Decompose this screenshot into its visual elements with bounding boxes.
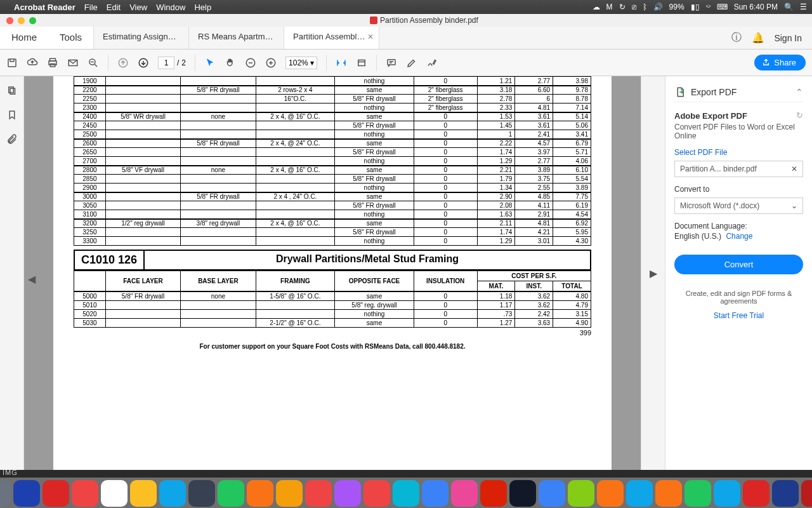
pdf-viewer[interactable]: ◀ 1900nothing01.212.773.9822005/8" FR dr… <box>24 76 641 470</box>
menu-icon[interactable]: ☰ <box>800 3 807 11</box>
convert-format-select[interactable]: Microsoft Word (*.docx) ⌄ <box>674 197 803 214</box>
dock <box>0 470 812 508</box>
menu-file[interactable]: File <box>84 3 98 12</box>
comment-icon[interactable] <box>386 57 397 69</box>
dock-app-27[interactable] <box>743 480 769 507</box>
zoom-out-icon[interactable] <box>88 57 99 69</box>
scroll-left-icon[interactable]: ◀ <box>28 273 36 285</box>
cloud-icon[interactable]: ☁ <box>593 3 600 11</box>
menu-help[interactable]: Help <box>194 3 211 12</box>
minimize-window-button[interactable] <box>18 17 25 24</box>
highlight-icon[interactable] <box>406 57 417 69</box>
dock-app-3[interactable] <box>43 480 69 507</box>
mail-icon[interactable]: M <box>606 3 613 11</box>
sign-in-link[interactable]: Sign In <box>774 33 802 43</box>
help-icon[interactable]: ⓘ <box>731 32 742 44</box>
dock-app-15[interactable] <box>393 480 419 507</box>
battery-icon[interactable]: ▮▯ <box>691 3 700 11</box>
dock-app-14[interactable] <box>363 480 390 507</box>
page-up-icon[interactable] <box>117 57 129 69</box>
menu-edit[interactable]: Edit <box>107 3 121 12</box>
share-button[interactable]: Share <box>754 55 806 70</box>
dock-app-9[interactable] <box>218 480 244 507</box>
doc-tab-2[interactable]: Partition Assembl…✕ <box>284 27 379 49</box>
pdf-section-title: C1010 126 Drywall Partitions/Metal Stud … <box>74 250 591 271</box>
dock-app-11[interactable] <box>276 480 303 507</box>
clear-file-icon[interactable]: ✕ <box>791 164 797 173</box>
email-icon[interactable] <box>67 57 79 69</box>
dock-app-17[interactable] <box>451 480 478 507</box>
doc-tab-0-label: Estimating Assign… <box>103 32 176 41</box>
dock-app-22[interactable] <box>597 480 624 507</box>
bookmark-icon[interactable] <box>6 109 18 121</box>
dock-app-12[interactable] <box>305 480 332 507</box>
close-tab-icon[interactable]: ✕ <box>367 32 374 41</box>
menu-view[interactable]: View <box>129 3 147 12</box>
hand-tool-icon[interactable] <box>225 57 236 69</box>
dock-app-10[interactable] <box>247 480 273 507</box>
volume-icon[interactable]: 🔊 <box>653 3 663 11</box>
change-lang-link[interactable]: Change <box>726 232 752 241</box>
dock-app-18[interactable] <box>480 480 507 507</box>
bell-icon[interactable]: 🔔 <box>752 32 764 44</box>
dock-app-13[interactable] <box>334 480 361 507</box>
dock-app-23[interactable] <box>626 480 653 507</box>
scroll-right-icon[interactable]: ▶ <box>650 267 657 279</box>
doc-tab-1[interactable]: RS Means Apartm… <box>188 27 284 49</box>
dock-app-25[interactable] <box>684 480 711 507</box>
page-down-icon[interactable] <box>138 57 149 69</box>
zoom-select[interactable]: 102% ▾ <box>285 57 317 69</box>
convert-format-value: Microsoft Word (*.docx) <box>680 201 759 210</box>
wifi-icon[interactable]: ⌔ <box>706 3 710 11</box>
sign-icon[interactable] <box>426 57 438 69</box>
zoom-window-button[interactable] <box>29 17 36 24</box>
doc-tab-0[interactable]: Estimating Assign… <box>93 27 188 49</box>
dock-app-4[interactable] <box>72 480 98 507</box>
dock-app-6[interactable] <box>130 480 157 507</box>
collapse-icon[interactable]: ⌃ <box>796 87 803 97</box>
sync-icon[interactable]: ↻ <box>619 3 625 11</box>
zoom-plus-icon[interactable] <box>265 57 277 69</box>
start-trial-link[interactable]: Start Free Trial <box>674 311 803 320</box>
attach-icon[interactable] <box>6 133 18 145</box>
zoom-value: 102% <box>289 58 308 67</box>
dock-app-20[interactable] <box>539 480 565 507</box>
zoom-minus-icon[interactable] <box>245 57 256 69</box>
dock-app-28[interactable] <box>772 480 799 507</box>
fit-width-icon[interactable] <box>336 57 347 69</box>
cloud-upload-icon[interactable] <box>27 57 38 69</box>
tools-tab[interactable]: Tools <box>48 27 93 49</box>
app-name[interactable]: Acrobat Reader <box>14 3 75 12</box>
dock-app-21[interactable] <box>568 480 594 507</box>
dock-app-8[interactable] <box>188 480 215 507</box>
refresh-icon[interactable]: ↻ <box>796 110 803 120</box>
save-icon[interactable] <box>6 57 18 69</box>
close-window-button[interactable] <box>6 17 13 24</box>
display-icon[interactable]: ⎚ <box>632 3 636 11</box>
dock-app-1[interactable] <box>0 480 11 507</box>
dock-app-26[interactable] <box>714 480 740 507</box>
dock-app-29[interactable] <box>801 480 812 507</box>
page-current-input[interactable] <box>158 57 174 69</box>
convert-button[interactable]: Convert <box>674 255 803 274</box>
dock-app-16[interactable] <box>422 480 449 507</box>
selected-file-box[interactable]: Partition A... binder.pdf ✕ <box>674 161 803 177</box>
spotlight-icon[interactable]: 🔍 <box>784 3 794 11</box>
dock-app-5[interactable] <box>101 480 128 507</box>
home-tab[interactable]: Home <box>0 27 48 49</box>
print-icon[interactable] <box>47 57 58 69</box>
clock[interactable]: Sun 6:40 PM <box>734 3 778 11</box>
select-tool-icon[interactable] <box>204 57 216 69</box>
select-file-link[interactable]: Select PDF File <box>674 148 803 157</box>
section-title-text: Drywall Partitions/Metal Stud Framing <box>145 251 590 269</box>
input-icon[interactable]: ⌨ <box>717 3 728 11</box>
thumbnails-icon[interactable] <box>6 85 18 97</box>
dock-app-2[interactable] <box>13 480 40 507</box>
bluetooth-icon[interactable]: ᛒ <box>643 3 647 11</box>
menu-window[interactable]: Window <box>156 3 185 12</box>
fit-page-icon[interactable] <box>356 57 367 69</box>
dock-app-7[interactable] <box>159 480 186 507</box>
dock-app-19[interactable] <box>509 480 536 507</box>
dock-app-24[interactable] <box>655 480 682 507</box>
export-pdf-header[interactable]: Export PDF ⌃ <box>674 83 803 102</box>
